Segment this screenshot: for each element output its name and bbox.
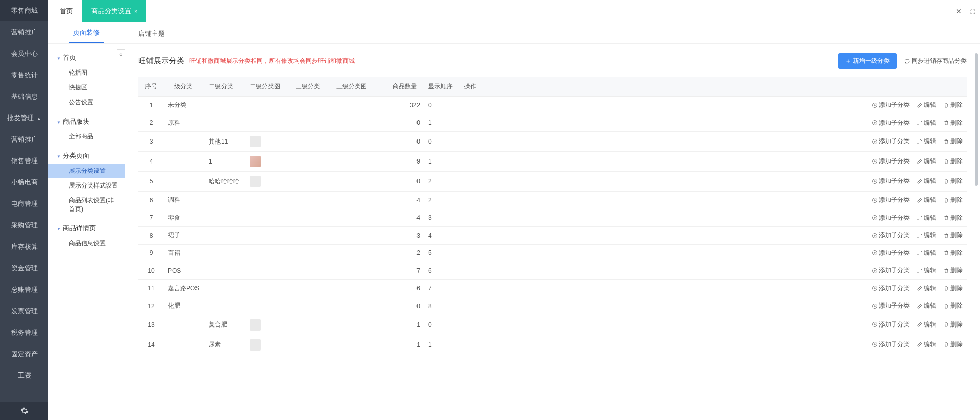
main-sidebar-item[interactable]: 营销推广 [0,129,48,150]
add-child-category-button[interactable]: 添加子分类 [872,137,910,146]
tab[interactable]: 首页 [51,0,82,22]
edit-icon [917,341,923,347]
tab[interactable]: 商品分类设置× [82,0,146,22]
main-sidebar-item[interactable]: 税务管理 [0,322,48,343]
add-child-category-button[interactable]: 添加子分类 [872,119,910,127]
main-sidebar-item[interactable]: 销售管理 [0,150,48,172]
edit-button[interactable]: 编辑 [917,249,936,258]
cell-order: 1 [424,152,460,172]
cell-order: 6 [424,262,460,280]
main-sidebar-item[interactable]: 工资 [0,365,48,386]
edit-icon [917,232,923,239]
delete-button[interactable]: 删除 [943,249,963,258]
subtab[interactable]: 页面装修 [69,28,104,43]
main-sidebar-item[interactable]: 库存核算 [0,236,48,258]
th-seq: 序号 [138,77,164,97]
delete-button[interactable]: 删除 [943,101,963,109]
tabbar: 首页商品分类设置× ✕ [48,0,980,22]
navtree-child[interactable]: 快捷区 [48,80,125,95]
cell-order: 0 [424,132,460,152]
edit-button[interactable]: 编辑 [917,301,936,310]
collapse-navtree-button[interactable]: « [117,49,125,60]
delete-button[interactable]: 删除 [943,231,963,240]
main-sidebar-item[interactable]: 零售统计 [0,64,48,86]
main-sidebar-item[interactable]: 基础信息 [0,86,48,107]
add-child-category-button[interactable]: 添加子分类 [872,284,910,293]
main-sidebar-item[interactable]: 发票管理 [0,300,48,322]
delete-button[interactable]: 删除 [943,196,963,204]
delete-button[interactable]: 删除 [943,177,963,185]
main-sidebar-item[interactable]: 批发管理 ▲ [0,107,48,129]
navtree-child[interactable]: 商品信息设置 [48,236,125,251]
close-all-tabs-button[interactable]: ✕ [951,7,966,15]
edit-button[interactable]: 编辑 [917,137,936,146]
add-child-category-button[interactable]: 添加子分类 [872,249,910,258]
edit-button[interactable]: 编辑 [917,214,936,222]
main-sidebar-item[interactable]: 固定资产 [0,343,48,365]
navtree-child[interactable]: 商品列表设置(非首页) [48,193,125,217]
main-sidebar-item[interactable]: 小畅电商 [0,172,48,193]
edit-button[interactable]: 编辑 [917,157,936,166]
add-child-category-button[interactable]: 添加子分类 [872,214,910,222]
cell-c3 [291,335,332,355]
add-child-category-button[interactable]: 添加子分类 [872,340,910,349]
add-child-category-button[interactable]: 添加子分类 [872,320,910,329]
main-sidebar-item[interactable]: 总账管理 [0,279,48,300]
cell-seq: 7 [138,209,164,227]
delete-button[interactable]: 删除 [943,214,963,222]
cell-c3 [291,172,332,192]
navtree-child[interactable]: 全部商品 [48,129,125,144]
delete-button[interactable]: 删除 [943,119,963,127]
navtree-parent[interactable]: ▼分类页面 [48,148,125,164]
add-child-category-button[interactable]: 添加子分类 [872,196,910,204]
main-sidebar-item[interactable]: 资金管理 [0,258,48,279]
navtree-child[interactable]: 轮播图 [48,65,125,80]
edit-button[interactable]: 编辑 [917,119,936,127]
edit-button[interactable]: 编辑 [917,284,936,293]
edit-icon [917,197,923,203]
navtree-parent[interactable]: ▼首页 [48,50,125,65]
cell-order: 1 [424,114,460,132]
add-child-category-button[interactable]: 添加子分类 [872,301,910,310]
main-sidebar-item[interactable]: 零售商城 [0,0,48,21]
add-child-category-button[interactable]: 添加子分类 [872,157,910,166]
cell-order: 3 [424,209,460,227]
edit-button[interactable]: 编辑 [917,320,936,329]
edit-button[interactable]: 编辑 [917,340,936,349]
subtab[interactable]: 店铺主题 [134,29,169,43]
add-child-category-button[interactable]: 添加子分类 [872,101,910,109]
delete-button[interactable]: 删除 [943,157,963,166]
main-sidebar-item[interactable]: 会员中心 [0,43,48,64]
delete-button[interactable]: 删除 [943,320,963,329]
settings-button[interactable] [0,402,48,420]
delete-button[interactable]: 删除 [943,284,963,293]
add-child-category-button[interactable]: 添加子分类 [872,177,910,185]
delete-button[interactable]: 删除 [943,340,963,349]
navtree-child[interactable]: 展示分类设置 [48,164,125,178]
navtree-child[interactable]: 展示分类样式设置 [48,178,125,193]
scrollbar[interactable] [975,53,978,186]
edit-button[interactable]: 编辑 [917,101,936,109]
plus-circle-icon [872,120,878,126]
navtree-parent[interactable]: ▼商品详情页 [48,221,125,236]
add-child-category-button[interactable]: 添加子分类 [872,231,910,240]
cell-order: 0 [424,97,460,114]
delete-button[interactable]: 删除 [943,266,963,275]
main-sidebar-item[interactable]: 电商管理 [0,193,48,215]
edit-button[interactable]: 编辑 [917,231,936,240]
add-child-category-button[interactable]: 添加子分类 [872,266,910,275]
edit-button[interactable]: 编辑 [917,196,936,204]
edit-button[interactable]: 编辑 [917,177,936,185]
cell-c2img [246,227,291,245]
add-top-category-button[interactable]: 新增一级分类 [838,53,897,69]
sync-inventory-button[interactable]: 同步进销存商品分类 [904,57,967,65]
delete-button[interactable]: 删除 [943,301,963,310]
delete-button[interactable]: 删除 [943,137,963,146]
fullscreen-button[interactable] [966,7,980,15]
navtree-child[interactable]: 公告设置 [48,95,125,110]
main-sidebar-item[interactable]: 营销推广 [0,21,48,43]
tab-close-icon[interactable]: × [134,8,137,14]
main-sidebar-item[interactable]: 采购管理 [0,215,48,236]
edit-button[interactable]: 编辑 [917,266,936,275]
navtree-parent[interactable]: ▼商品版块 [48,114,125,129]
